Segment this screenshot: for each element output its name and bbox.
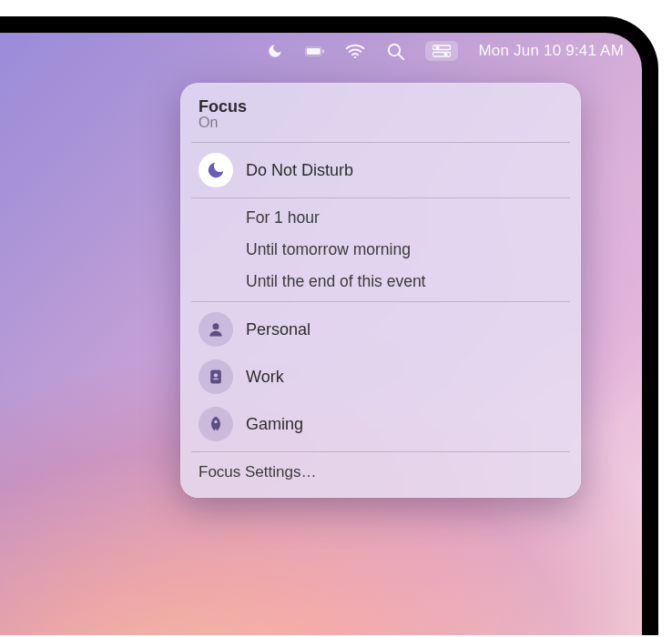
focus-mode-personal[interactable]: Personal bbox=[180, 306, 581, 353]
focus-menubar-icon[interactable] bbox=[265, 41, 285, 61]
spotlight-search-icon[interactable] bbox=[385, 41, 405, 61]
rocket-icon bbox=[199, 407, 233, 441]
svg-rect-2 bbox=[323, 49, 325, 53]
divider bbox=[191, 451, 570, 452]
svg-rect-8 bbox=[433, 53, 451, 57]
mode-label: Work bbox=[246, 368, 284, 387]
svg-point-7 bbox=[436, 46, 440, 49]
focus-settings-link[interactable]: Focus Settings… bbox=[180, 456, 581, 489]
focus-mode-do-not-disturb[interactable]: Do Not Disturb bbox=[180, 147, 581, 194]
duration-label: Until tomorrow morning bbox=[246, 240, 411, 259]
battery-icon[interactable] bbox=[305, 41, 325, 61]
duration-label: Until the end of this event bbox=[246, 272, 425, 291]
focus-mode-work[interactable]: Work bbox=[180, 353, 581, 400]
svg-rect-6 bbox=[433, 46, 451, 50]
mode-label: Personal bbox=[246, 320, 311, 339]
control-center-icon[interactable] bbox=[425, 41, 458, 61]
svg-line-5 bbox=[399, 55, 403, 59]
svg-rect-13 bbox=[213, 379, 219, 380]
panel-status: On bbox=[199, 115, 563, 131]
focus-mode-gaming[interactable]: Gaming bbox=[180, 400, 581, 448]
badge-icon bbox=[199, 359, 233, 394]
duration-event-end[interactable]: Until the end of this event bbox=[180, 266, 581, 298]
duration-tomorrow-morning[interactable]: Until tomorrow morning bbox=[180, 234, 581, 266]
dnd-label: Do Not Disturb bbox=[246, 161, 353, 180]
divider bbox=[191, 142, 570, 143]
mode-label: Gaming bbox=[246, 415, 303, 434]
svg-point-3 bbox=[354, 56, 356, 58]
wifi-icon[interactable] bbox=[345, 41, 365, 61]
settings-label: Focus Settings… bbox=[199, 463, 316, 480]
person-icon bbox=[199, 312, 233, 347]
divider bbox=[191, 301, 570, 302]
menubar: Mon Jun 10 9:41 AM bbox=[0, 33, 642, 69]
duration-label: For 1 hour bbox=[246, 208, 320, 228]
focus-panel: Focus On Do Not Disturb For 1 hour Until… bbox=[180, 83, 581, 498]
divider bbox=[191, 197, 570, 198]
panel-header: Focus On bbox=[180, 96, 581, 138]
menubar-clock[interactable]: Mon Jun 10 9:41 AM bbox=[478, 42, 624, 60]
duration-one-hour[interactable]: For 1 hour bbox=[180, 202, 581, 234]
panel-title: Focus bbox=[199, 97, 563, 116]
moon-icon bbox=[199, 153, 233, 187]
svg-point-9 bbox=[444, 53, 448, 56]
svg-rect-1 bbox=[307, 48, 321, 55]
svg-point-14 bbox=[214, 420, 217, 423]
svg-point-10 bbox=[213, 323, 219, 329]
svg-point-12 bbox=[214, 373, 218, 377]
